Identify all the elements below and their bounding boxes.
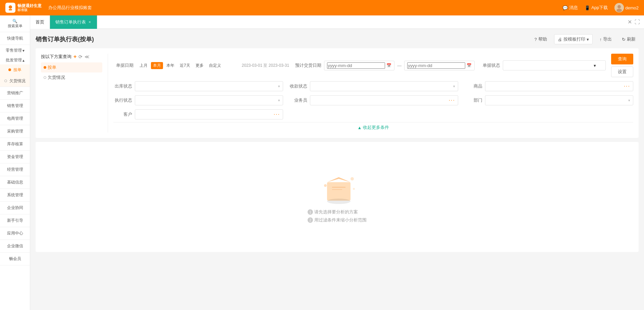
tab-expand-icon[interactable]: ⛶ bbox=[635, 19, 640, 25]
settings-button[interactable]: 设置 bbox=[611, 66, 633, 77]
goods-cell: 商品 ··· bbox=[464, 81, 633, 91]
export-label: 导出 bbox=[603, 36, 612, 42]
sidebar-item-finance[interactable]: 资金管理 bbox=[0, 151, 30, 163]
tab-active[interactable]: 销售订单执行表 × bbox=[50, 15, 97, 29]
dept-select[interactable]: ▾ bbox=[485, 95, 633, 105]
help-button[interactable]: ? 帮助 bbox=[531, 35, 550, 44]
payment-arrow-icon: ▾ bbox=[453, 84, 455, 89]
exec-status-select[interactable]: ▾ bbox=[135, 95, 283, 105]
print-button[interactable]: 🖨 按模板打印 ▾ bbox=[554, 34, 593, 44]
date-tab-more[interactable]: 更多 bbox=[194, 62, 206, 69]
sidebar-item-basic[interactable]: 基础信息 bbox=[0, 176, 30, 189]
customer-select[interactable]: ··· bbox=[135, 109, 283, 119]
top-navbar: 畅捷通好生意 标准版 办公用品行业模拟账套 💬 消息 📱 App下载 demo2 bbox=[0, 0, 644, 15]
filter-row-2: 出库状态 ▾ 收款状态 ▾ bbox=[113, 81, 633, 91]
hint-text-2: 用过滤条件来缩小分析范围 bbox=[314, 217, 367, 223]
system-label: 系统管理 bbox=[7, 193, 23, 197]
enterprise-label: 企业协同 bbox=[7, 205, 23, 210]
empty-illustration bbox=[320, 169, 354, 202]
message-icon: 💬 bbox=[562, 5, 568, 10]
sidebar-item-quick-nav[interactable]: 快捷导航 bbox=[0, 32, 30, 45]
sidebar-item-ecommerce[interactable]: 电商管理 bbox=[0, 112, 30, 125]
logo[interactable]: 畅捷通好生意 标准版 bbox=[5, 3, 42, 13]
sidebar-item-purchase[interactable]: 采购管理 bbox=[0, 125, 30, 138]
user-nav-item[interactable]: demo2 bbox=[614, 3, 639, 12]
sidebar-item-search[interactable]: 🔍 搜索菜单 bbox=[0, 15, 30, 32]
scheme-item-按单[interactable]: 按单 bbox=[41, 62, 102, 72]
customer-cell: 客户 ··· bbox=[113, 109, 283, 119]
sidebar-sub-item-按单[interactable]: 按单 bbox=[0, 64, 30, 75]
collapse-scheme-icon[interactable]: ≪ bbox=[85, 54, 90, 59]
wholesale-label: 批发管理 bbox=[6, 57, 22, 63]
outbound-status-select[interactable]: ▾ bbox=[135, 81, 283, 91]
date-tabs: 上月 本月 本年 近7天 更多 自定义 bbox=[138, 62, 223, 69]
tab-close-icon[interactable]: × bbox=[88, 19, 92, 25]
empty-hint-2: 2 用过滤条件来缩小分析范围 bbox=[308, 217, 367, 223]
expected-date-end-input[interactable] bbox=[407, 62, 465, 69]
goods-select[interactable]: ··· bbox=[485, 81, 633, 91]
refresh-scheme-icon[interactable]: ⟳ bbox=[78, 54, 83, 59]
date-dash: — bbox=[397, 63, 401, 68]
sidebar-item-marketing[interactable]: 营销推广 bbox=[0, 87, 30, 100]
add-scheme-button[interactable]: + bbox=[73, 54, 76, 60]
date-label: 单据日期 bbox=[113, 62, 133, 68]
scheme-inactive-dot bbox=[44, 76, 46, 79]
expected-date-start-input[interactable] bbox=[327, 62, 385, 69]
filter-row-3: 执行状态 ▾ 业务员 ··· bbox=[113, 95, 633, 105]
collapse-button[interactable]: ▲ 收起更多条件 bbox=[113, 122, 633, 133]
date-tab-custom[interactable]: 自定义 bbox=[207, 62, 223, 69]
sidebar-item-member[interactable]: 畅会员 bbox=[0, 253, 30, 265]
date-tab-this-year[interactable]: 本年 bbox=[164, 62, 176, 69]
svg-rect-5 bbox=[327, 182, 351, 201]
tab-close-window-icon[interactable]: ✕ bbox=[628, 19, 632, 25]
wholesale-arrow-icon: ▴ bbox=[22, 58, 24, 63]
salesperson-select[interactable]: ··· bbox=[310, 95, 458, 105]
customer-label: 客户 bbox=[113, 111, 132, 117]
sidebar-item-system[interactable]: 系统管理 bbox=[0, 189, 30, 202]
sidebar-item-operation[interactable]: 经营管理 bbox=[0, 163, 30, 176]
sidebar-item-sales[interactable]: 销售管理 bbox=[0, 100, 30, 112]
calendar-icon-2: 📅 bbox=[467, 63, 472, 68]
expected-date-end[interactable]: 📅 bbox=[404, 61, 475, 70]
sidebar-item-retail[interactable]: 零售管理 ▾ bbox=[0, 45, 30, 55]
doc-status-select[interactable]: ▾ bbox=[503, 60, 606, 70]
sidebar-item-apps[interactable]: 应用中心 bbox=[0, 227, 30, 240]
calendar-icon-1: 📅 bbox=[386, 63, 391, 68]
nav-dropdown[interactable]: 办公用品行业模拟账套 bbox=[48, 5, 92, 11]
sidebar-sub-item-欠货情况[interactable]: 欠货情况 bbox=[0, 75, 30, 87]
sidebar-item-wechat[interactable]: 企业微信 bbox=[0, 240, 30, 253]
scheme-item-欠货情况[interactable]: 欠货情况 bbox=[41, 72, 102, 83]
main-layout: 🔍 搜索菜单 快捷导航 零售管理 ▾ 批发管理 ▴ 按单 欠货情况 营销推广 bbox=[0, 15, 644, 310]
expected-date-start[interactable]: 📅 bbox=[324, 61, 394, 70]
salesperson-cell: 业务员 ··· bbox=[288, 95, 458, 105]
sidebar-item-wholesale[interactable]: 批发管理 ▴ bbox=[0, 55, 30, 64]
sidebar-item-enterprise[interactable]: 企业协同 bbox=[0, 202, 30, 214]
active-dot-icon bbox=[8, 68, 11, 71]
sidebar-item-newbie[interactable]: 新手引导 bbox=[0, 214, 30, 227]
message-nav-item[interactable]: 💬 消息 bbox=[562, 5, 578, 11]
sidebar-item-inventory[interactable]: 库存核算 bbox=[0, 138, 30, 151]
svg-point-3 bbox=[618, 5, 621, 8]
app-download-nav-item[interactable]: 📱 App下载 bbox=[585, 5, 608, 11]
date-tab-7days[interactable]: 近7天 bbox=[178, 62, 192, 69]
inactive-dot-icon bbox=[4, 80, 7, 82]
export-button[interactable]: ↑ 导出 bbox=[597, 35, 615, 44]
payment-status-label: 收款状态 bbox=[288, 83, 307, 89]
filter-scheme-sidebar: 按以下方案查询 + ⟳ ≪ 按单 欠货情况 bbox=[41, 54, 108, 133]
refresh-button[interactable]: ↻ 刷新 bbox=[619, 35, 639, 44]
date-tab-this-month[interactable]: 本月 bbox=[151, 62, 163, 69]
date-tab-last-month[interactable]: 上月 bbox=[138, 62, 150, 69]
sidebar-search-label: 搜索菜单 bbox=[3, 23, 27, 29]
retail-arrow-icon: ▾ bbox=[22, 48, 24, 53]
print-dropdown-icon: ▾ bbox=[587, 37, 589, 42]
finance-label: 资金管理 bbox=[7, 154, 23, 159]
sales-label: 销售管理 bbox=[7, 103, 23, 108]
content-area: 首页 销售订单执行表 × ✕ ⛶ 销售订单执行表(按单) ? 帮助 bbox=[30, 15, 644, 310]
search-button[interactable]: 查询 bbox=[611, 54, 633, 64]
quick-nav-label: 快捷导航 bbox=[7, 36, 23, 41]
help-label: 帮助 bbox=[538, 36, 547, 42]
svg-point-0 bbox=[9, 5, 12, 9]
payment-status-select[interactable]: ▾ bbox=[310, 81, 458, 91]
tab-home[interactable]: 首页 bbox=[30, 15, 50, 29]
doc-status-arrow: ▾ bbox=[594, 63, 596, 68]
